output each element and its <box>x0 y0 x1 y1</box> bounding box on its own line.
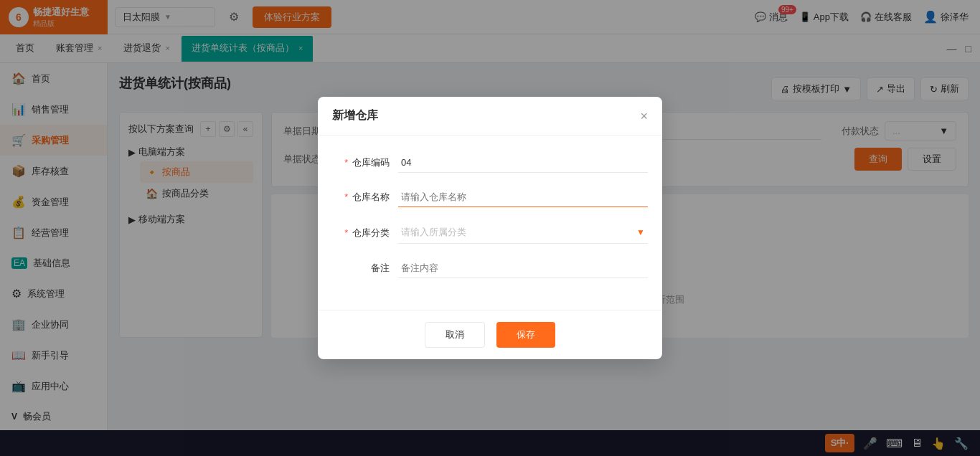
required-star-category: * <box>344 227 348 238</box>
form-row-category: * 仓库分类 请输入所属分类 ▼ <box>332 222 648 244</box>
new-warehouse-modal: 新增仓库 × * 仓库编码 * 仓库名称 <box>318 97 662 359</box>
modal-title: 新增仓库 <box>332 108 378 123</box>
name-label: * 仓库名称 <box>332 191 390 204</box>
modal-close-button[interactable]: × <box>640 110 648 123</box>
remark-label: 备注 <box>332 262 390 275</box>
warehouse-name-wrapper <box>398 187 648 207</box>
warehouse-code-input[interactable] <box>398 153 648 173</box>
required-star-name: * <box>344 191 348 202</box>
form-row-name: * 仓库名称 <box>332 187 648 207</box>
code-label: * 仓库编码 <box>332 156 390 169</box>
modal-footer: 取消 保存 <box>318 310 662 359</box>
modal-overlay: 新增仓库 × * 仓库编码 * 仓库名称 <box>0 0 980 456</box>
form-row-remark: 备注 <box>332 258 648 278</box>
required-star-code: * <box>344 157 348 168</box>
cancel-button[interactable]: 取消 <box>425 322 485 348</box>
modal-body: * 仓库编码 * 仓库名称 * 仓库分类 <box>318 136 662 310</box>
save-button[interactable]: 保存 <box>496 322 555 348</box>
category-dropdown-arrow: ▼ <box>636 227 645 237</box>
category-placeholder: 请输入所属分类 <box>401 226 466 239</box>
warehouse-name-input[interactable] <box>398 187 648 206</box>
warehouse-category-select[interactable]: 请输入所属分类 ▼ <box>398 222 648 244</box>
modal-header: 新增仓库 × <box>318 97 662 136</box>
category-label: * 仓库分类 <box>332 227 390 239</box>
remark-input[interactable] <box>398 258 648 278</box>
form-row-code: * 仓库编码 <box>332 153 648 173</box>
